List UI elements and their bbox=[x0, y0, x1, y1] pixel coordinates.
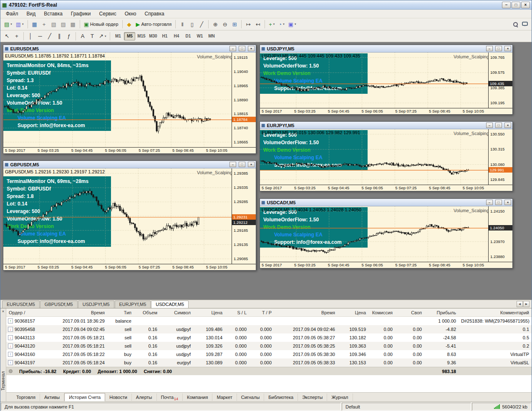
metaeditor-button[interactable]: ◆ bbox=[125, 20, 134, 29]
chart-titlebar[interactable]: ▦GBPUSDf,M5–□× bbox=[3, 161, 256, 168]
chat-button[interactable] bbox=[520, 20, 529, 29]
vertical-line-button[interactable]: │ bbox=[26, 32, 35, 41]
column-header-profit[interactable]: Прибыль bbox=[424, 310, 459, 315]
chart-tab-eurusd[interactable]: EURUSDf,M5 bbox=[2, 301, 40, 308]
chart-minimize-button[interactable]: – bbox=[229, 162, 236, 167]
chart-minimize-button[interactable]: – bbox=[486, 200, 493, 205]
text-button[interactable]: A bbox=[78, 32, 87, 41]
zoom-out-button[interactable]: ⊖ bbox=[220, 20, 229, 29]
tab-scroll-right-button[interactable]: ► bbox=[523, 301, 529, 307]
column-header-symbol[interactable]: Символ bbox=[160, 310, 193, 315]
column-header-swap[interactable]: Своп bbox=[395, 310, 424, 315]
arrows-button[interactable]: ↗▾ bbox=[97, 32, 108, 41]
chart-titlebar[interactable]: ▦USDCADf,M5–□× bbox=[260, 199, 512, 206]
chart-titlebar[interactable]: ▦EURUSDf,M5–□× bbox=[3, 45, 256, 53]
chart-close-button[interactable]: × bbox=[504, 200, 511, 205]
history-row[interactable]: ↑904431602017.09.05 05:18:22buy0.16usdjp… bbox=[6, 350, 532, 358]
menu-help[interactable]: Справка bbox=[141, 10, 169, 18]
column-header-open-time[interactable]: Время bbox=[45, 310, 107, 315]
terminal-tab-news[interactable]: Новости bbox=[105, 393, 132, 401]
terminal-button[interactable]: ▨ bbox=[59, 20, 68, 29]
bar-chart-button[interactable]: ‖ bbox=[178, 20, 187, 29]
column-header-type[interactable]: Тип bbox=[107, 310, 134, 315]
templates-button[interactable]: ▣▾ bbox=[287, 20, 298, 29]
channel-button[interactable]: ∥ bbox=[55, 32, 64, 41]
new-chart-button[interactable]: ▤▾ bbox=[3, 20, 14, 29]
chart-close-button[interactable]: × bbox=[504, 46, 511, 51]
chart-close-button[interactable]: × bbox=[248, 162, 255, 167]
column-header-close-price[interactable]: Цена bbox=[338, 310, 368, 315]
chart-area[interactable]: TerminalMonitor ON, 69ms, ~28msSymbol: G… bbox=[3, 168, 256, 270]
chart-tab-eurjpy[interactable]: EURJPYf,M5 bbox=[115, 301, 151, 308]
fibonacci-button[interactable]: ƒ bbox=[64, 32, 73, 41]
strategy-tester-button[interactable]: ▩ bbox=[68, 20, 78, 29]
column-header-volume[interactable]: Объем bbox=[134, 310, 160, 315]
column-header-comment[interactable]: Комментарий bbox=[459, 310, 532, 315]
terminal-tab-assets[interactable]: Активы bbox=[40, 393, 64, 401]
line-chart-button[interactable]: ╱ bbox=[197, 20, 206, 29]
autotrade-button[interactable]: ▶Авто-торговля bbox=[134, 20, 174, 29]
column-header-close-time[interactable]: Время bbox=[274, 310, 338, 315]
timeframe-m15-button[interactable]: M15 bbox=[136, 32, 147, 40]
auto-scroll-button[interactable]: ↦ bbox=[244, 20, 253, 29]
chart-restore-button[interactable]: □ bbox=[495, 46, 502, 51]
column-header-sl[interactable]: S / L bbox=[225, 310, 249, 315]
menu-charts[interactable]: Графики bbox=[67, 10, 95, 18]
chart-minimize-button[interactable]: – bbox=[486, 46, 493, 51]
cursor-button[interactable]: ↖ bbox=[3, 32, 12, 41]
terminal-tab-library[interactable]: Библиотека bbox=[264, 393, 298, 401]
timeframe-mn-button[interactable]: MN bbox=[206, 32, 217, 40]
horizontal-line-button[interactable]: ─ bbox=[35, 32, 45, 41]
statusbar-profile[interactable]: Default bbox=[342, 403, 471, 411]
new-order-button[interactable]: ▣Новый ордер bbox=[82, 20, 120, 29]
trendline-button[interactable]: ╱ bbox=[45, 32, 54, 41]
column-header-commission[interactable]: Комиссия bbox=[368, 310, 395, 315]
price-chart-canvas[interactable] bbox=[260, 129, 488, 185]
terminal-tab-experts[interactable]: Эксперты bbox=[298, 393, 327, 401]
crosshair-button[interactable]: + bbox=[12, 32, 21, 41]
chart-tab-usdjpy[interactable]: USDJPYf,M5 bbox=[78, 301, 114, 308]
profiles-button[interactable]: ▥▾ bbox=[14, 20, 25, 29]
chart-restore-button[interactable]: □ bbox=[239, 46, 245, 51]
chart-minimize-button[interactable]: – bbox=[229, 46, 236, 51]
menu-service[interactable]: Сервис bbox=[95, 10, 121, 18]
chart-tab-usdcad[interactable]: USDCADf,M5 bbox=[151, 301, 189, 308]
timeframe-m1-button[interactable]: M1 bbox=[112, 32, 124, 40]
zoom-in-button[interactable]: ⊕ bbox=[211, 20, 220, 29]
search-button[interactable] bbox=[511, 20, 520, 29]
terminal-tab-company[interactable]: Компания bbox=[183, 393, 212, 401]
history-row[interactable]: ↑903681572017.09.01 18:36:29balance1 000… bbox=[6, 317, 532, 325]
chart-tab-gbpusd[interactable]: GBPUSDf,M5 bbox=[40, 301, 78, 308]
chart-restore-button[interactable]: □ bbox=[495, 123, 502, 128]
minimize-button[interactable]: – bbox=[502, 2, 511, 8]
chart-close-button[interactable]: × bbox=[248, 46, 255, 51]
history-row[interactable]: ↓904431132017.09.05 05:18:21sell0.16eurj… bbox=[6, 333, 532, 342]
chart-titlebar[interactable]: ▦EURJPYf,M5–□× bbox=[260, 122, 512, 129]
terminal-tab-mailbox[interactable]: Почта14 bbox=[157, 393, 183, 401]
chart-shift-button[interactable]: ↤ bbox=[253, 20, 262, 29]
label-button[interactable]: T bbox=[88, 32, 97, 41]
terminal-tab-journal[interactable]: Журнал bbox=[327, 393, 353, 401]
indicators-button[interactable]: +▾ bbox=[267, 20, 276, 29]
price-chart-canvas[interactable] bbox=[3, 53, 232, 147]
data-window-button[interactable]: + bbox=[40, 20, 49, 29]
timeframe-d1-button[interactable]: D1 bbox=[182, 32, 194, 40]
terminal-tab-market[interactable]: Маркет bbox=[212, 393, 237, 401]
chart-close-button[interactable]: × bbox=[504, 123, 511, 128]
timeframe-m30-button[interactable]: M30 bbox=[147, 32, 159, 40]
market-watch-button[interactable]: ▦ bbox=[30, 20, 39, 29]
history-row[interactable]: ↓904431202017.09.05 05:18:21sell0.16usdj… bbox=[6, 342, 532, 350]
close-button[interactable]: × bbox=[521, 2, 530, 8]
chart-minimize-button[interactable]: – bbox=[486, 123, 493, 128]
menu-window[interactable]: Окно bbox=[121, 10, 141, 18]
column-header-order[interactable]: Ордер / bbox=[6, 310, 45, 315]
price-chart-canvas[interactable] bbox=[3, 168, 232, 264]
tile-windows-button[interactable]: ⊞ bbox=[230, 20, 239, 29]
history-row[interactable]: ↓903954582017.09.04 09:02:45sell0.16usdj… bbox=[6, 325, 532, 333]
window-titlebar[interactable]: ▦ 479102: FortFS-Real – □ × bbox=[0, 0, 532, 10]
tab-scroll-left-button[interactable]: ◄ bbox=[517, 301, 523, 307]
navigator-button[interactable]: ▧ bbox=[49, 20, 58, 29]
terminal-tab-alerts[interactable]: Алерты bbox=[132, 393, 157, 401]
chart-area[interactable]: Leverage: 500VolumeOrderFlow: 1.50Work D… bbox=[260, 53, 512, 114]
column-header-open-price[interactable]: Цена bbox=[193, 310, 225, 315]
